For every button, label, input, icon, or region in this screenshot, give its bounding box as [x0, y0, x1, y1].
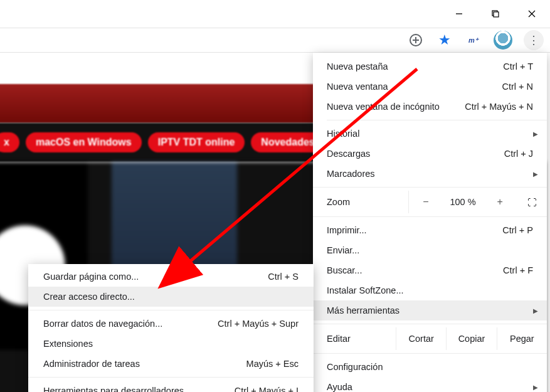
menu-label: Nueva ventana de incógnito	[327, 102, 465, 112]
zoom-out-button[interactable]: −	[409, 196, 443, 208]
zoom-in-button[interactable]: +	[483, 196, 517, 208]
menu-separator	[313, 353, 547, 354]
menu-label: Borrar datos de navegación...	[43, 319, 218, 329]
menu-label: Historial	[327, 129, 533, 139]
menu-label: Descargas	[327, 149, 504, 159]
window-titlebar	[0, 0, 550, 28]
menu-label: Herramientas para desarrolladores	[43, 386, 235, 392]
menu-item-new-window[interactable]: Nueva ventana Ctrl + N	[313, 77, 547, 97]
submenu-item-create-shortcut[interactable]: Crear acceso directo...	[28, 287, 314, 307]
submenu-item-extensions[interactable]: Extensiones	[28, 334, 314, 354]
menu-label: Más herramientas	[327, 305, 533, 315]
menu-shortcut: Ctrl + F	[503, 265, 533, 275]
menu-separator	[313, 216, 547, 217]
menu-label: Editar	[327, 334, 396, 344]
edit-copy-button[interactable]: Copiar	[446, 327, 496, 350]
submenu-item-save-page[interactable]: Guardar página como... Ctrl + S	[28, 267, 314, 287]
menu-shortcut: Ctrl + Mayús + Supr	[218, 319, 299, 329]
edit-paste-button[interactable]: Pegar	[497, 327, 547, 350]
menu-label: Ayuda	[327, 382, 533, 392]
menu-label: Configuración	[327, 362, 533, 372]
svg-rect-2	[494, 12, 499, 17]
chevron-right-icon: ▶	[533, 130, 538, 137]
more-tools-submenu: Guardar página como... Ctrl + S Crear ac…	[28, 264, 314, 392]
menu-label: Administrador de tareas	[43, 359, 246, 369]
menu-label: Buscar...	[327, 265, 503, 275]
menu-label: Marcadores	[327, 169, 533, 179]
zoom-value: 100 %	[443, 197, 484, 207]
menu-label: Instalar SoftZone...	[327, 285, 533, 295]
menu-item-more-tools[interactable]: Más herramientas ▶	[313, 300, 547, 320]
menu-label: Nueva pestaña	[327, 61, 503, 72]
menu-separator	[313, 324, 547, 324]
menu-label: Imprimir...	[327, 225, 502, 235]
menu-shortcut: Ctrl + Mayús + I	[235, 386, 299, 392]
chrome-main-menu: Nueva pestaña Ctrl + T Nueva ventana Ctr…	[313, 53, 547, 392]
menu-shortcut: Ctrl + N	[502, 82, 533, 92]
menu-label: Extensiones	[43, 339, 299, 349]
menu-shortcut: Mayús + Esc	[246, 359, 299, 369]
window-close-button[interactable]	[514, 0, 550, 28]
menu-label: Guardar página como...	[43, 272, 268, 282]
menu-separator	[327, 120, 547, 120]
menu-label: Enviar...	[327, 245, 533, 255]
chevron-right-icon: ▶	[533, 171, 538, 177]
menu-label: Crear acceso directo...	[43, 292, 299, 302]
chrome-menu-button[interactable]: ⋮	[524, 30, 544, 50]
menu-item-find[interactable]: Buscar... Ctrl + F	[313, 260, 547, 280]
fullscreen-button[interactable]: ⛶	[517, 197, 547, 208]
menu-item-downloads[interactable]: Descargas Ctrl + J	[313, 144, 547, 164]
nav-pill: x	[0, 132, 19, 152]
menu-shortcut: Ctrl + P	[502, 225, 533, 235]
submenu-item-task-manager[interactable]: Administrador de tareas Mayús + Esc	[28, 354, 314, 374]
menu-separator	[313, 187, 547, 188]
submenu-item-dev-tools[interactable]: Herramientas para desarrolladores Ctrl +…	[28, 381, 314, 392]
submenu-item-clear-data[interactable]: Borrar datos de navegación... Ctrl + May…	[28, 314, 314, 334]
menu-item-install-app[interactable]: Instalar SoftZone...	[313, 280, 547, 300]
menu-shortcut: Ctrl + S	[268, 272, 299, 282]
menu-item-edit: Editar Cortar Copiar Pegar	[313, 327, 547, 350]
window-minimize-button[interactable]	[441, 0, 477, 28]
menu-shortcut: Ctrl + J	[504, 149, 533, 159]
menu-item-bookmarks[interactable]: Marcadores ▶	[313, 164, 547, 184]
menu-separator	[28, 377, 314, 378]
profile-avatar[interactable]	[494, 31, 512, 50]
menu-item-help[interactable]: Ayuda ▶	[313, 377, 547, 392]
menu-item-incognito[interactable]: Nueva ventana de incógnito Ctrl + Mayús …	[313, 97, 547, 117]
nav-pill: IPTV TDT online	[148, 132, 245, 152]
menu-item-send[interactable]: Enviar...	[313, 240, 547, 260]
menu-item-print[interactable]: Imprimir... Ctrl + P	[313, 220, 547, 240]
add-tab-icon[interactable]	[407, 31, 425, 49]
menu-shortcut: Ctrl + T	[503, 61, 533, 72]
menu-item-zoom: Zoom − 100 % + ⛶	[313, 191, 547, 213]
extension-movistar-icon[interactable]: m⁺	[465, 31, 482, 49]
menu-item-history[interactable]: Historial ▶	[313, 124, 547, 144]
menu-shortcut: Ctrl + Mayús + N	[465, 102, 533, 112]
menu-label: Zoom	[327, 197, 408, 207]
chevron-right-icon: ▶	[533, 384, 538, 391]
browser-toolbar: ★ m⁺ ⋮	[0, 28, 550, 53]
nav-pill: macOS en Windows	[26, 132, 142, 152]
window-maximize-button[interactable]	[477, 0, 514, 28]
menu-label: Nueva ventana	[327, 82, 502, 92]
chevron-right-icon: ▶	[533, 307, 538, 314]
edit-cut-button[interactable]: Cortar	[396, 327, 446, 350]
menu-item-new-tab[interactable]: Nueva pestaña Ctrl + T	[313, 56, 547, 77]
menu-item-settings[interactable]: Configuración	[313, 357, 547, 377]
menu-separator	[28, 310, 314, 310]
bookmark-star-icon[interactable]: ★	[436, 31, 453, 49]
